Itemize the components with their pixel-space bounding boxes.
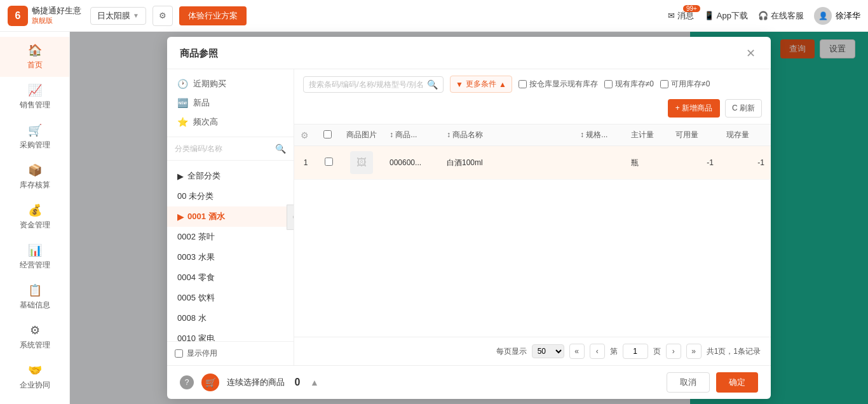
category-item-snacks[interactable]: 0004 零食 [167,267,294,288]
sidebar-item-system[interactable]: ⚙ 系统管理 [0,317,69,357]
sidebar-item-home[interactable]: 🏠 首页 [0,37,69,77]
warehouse-stock-checkbox[interactable] [519,80,527,88]
page-last-button[interactable]: » [686,344,702,359]
col-unit-header: 主计量 [625,125,669,146]
category-label-alcohol: 0001 酒水 [187,211,225,222]
app-download-nav-item[interactable]: 📱 App下载 [704,10,748,22]
category-label-water: 0008 水 [177,313,207,324]
messages-nav-item[interactable]: ✉ 消息 99+ [668,10,694,22]
table-settings-icon[interactable]: ⚙ [301,130,309,140]
checkbox-available-stock[interactable]: 可用库存≠0 [660,79,710,90]
select-all-checkbox[interactable] [323,130,332,138]
category-search-input[interactable] [175,144,271,153]
sidebar-item-inventory[interactable]: 📦 库存核算 [0,157,69,197]
table-row[interactable]: 1 🖼 [294,146,771,180]
product-search-input[interactable] [309,80,423,89]
collapse-toggle[interactable]: 《 [287,205,294,230]
col-image-header: 商品图片 [340,125,383,146]
gear-button[interactable]: ⚙ [153,6,173,26]
sidebar-item-sales[interactable]: 📈 销售管理 [0,77,69,117]
sidebar-item-enterprise[interactable]: 🤝 企业协同 [0,357,69,397]
category-item-appliances[interactable]: 0010 家电 [167,328,294,341]
refresh-button[interactable]: C 刷新 [725,99,762,118]
sidebar-item-basic-info[interactable]: 📋 基础信息 [0,277,69,317]
checkbox-warehouse-stock[interactable]: 按仓库显示现有库存 [519,79,598,90]
add-product-button[interactable]: + 新增商品 [668,99,720,118]
app-download-label: App下载 [717,10,748,22]
modal-title: 商品参照 [180,48,218,60]
new-product-tab[interactable]: 🆕 新品 [167,93,294,112]
filter-button[interactable]: ▼ 更多条件 ▲ [450,76,512,93]
brand-name: 畅捷通好生意 [32,6,81,16]
available-stock-checkbox[interactable] [660,80,668,88]
footer-right: 取消 确定 [667,372,758,393]
category-item-tea[interactable]: 0002 茶叶 [167,227,294,247]
finance-icon: 💰 [28,203,42,217]
sidebar-item-finance[interactable]: 💰 资金管理 [0,197,69,237]
online-service-nav-item[interactable]: 🎧 在线客服 [758,10,804,22]
cart-icon-area[interactable]: 🛒 [201,374,219,391]
stock-header-label: 现存量 [726,130,749,139]
category-item-alcohol[interactable]: ▶ 0001 酒水 [167,206,294,227]
page-first-button[interactable]: « [569,344,585,359]
page-next-button[interactable]: › [666,344,681,359]
system-icon: ⚙ [30,323,40,337]
high-frequency-label: 频次高 [193,116,218,128]
display-disabled-checkbox[interactable] [175,349,183,358]
basic-info-icon: 📋 [28,283,42,297]
sidebar-label-sales: 销售管理 [20,100,50,111]
spec-header-label: 规格... [586,130,607,139]
category-search-icon[interactable]: 🔍 [275,144,286,154]
page-number-input[interactable] [623,344,648,359]
product-search-icon[interactable]: 🔍 [427,79,438,90]
row-stock: -1 [720,146,771,180]
code-sort-icon[interactable]: ↕ [390,130,393,139]
col-code-header: ↕ 商品... [383,125,440,146]
enterprise-icon: 🤝 [28,363,42,377]
store-selector[interactable]: 日太阳膜 ▼ [90,7,146,25]
selected-count: 0 [292,377,302,388]
category-item-water[interactable]: 0008 水 [167,308,294,328]
name-sort-icon[interactable]: ↕ [447,130,451,139]
modal-body: 🕐 近期购买 🆕 新品 ⭐ 频次高 [167,69,771,365]
sidebar-item-management[interactable]: 📊 经营管理 [0,237,69,277]
filter-up-arrow: ▲ [499,80,506,89]
spec-sort-icon[interactable]: ↕ [580,130,584,139]
category-item-beverages[interactable]: 0005 饮料 [167,288,294,308]
logo-area: 6 畅捷通好生意 旗舰版 [8,6,84,26]
phone-icon: 📱 [704,11,714,20]
modal-footer: ? 🛒 连续选择的商品 0 ▲ 取消 确定 [167,365,771,399]
category-item-uncategorized[interactable]: 00 未分类 [167,186,294,206]
modal-header: 商品参照 ✕ [167,37,771,69]
top-nav: 6 畅捷通好生意 旗舰版 日太阳膜 ▼ ⚙ 体验行业方案 ✉ 消息 99+ 📱 … [0,0,868,32]
experience-button[interactable]: 体验行业方案 [179,6,247,25]
row-checkbox-cell[interactable] [317,146,340,180]
modal-close-button[interactable]: ✕ [743,46,758,61]
page-prev-button[interactable]: ‹ [590,344,605,359]
row-unit: 瓶 [625,146,669,180]
confirm-button[interactable]: 确定 [716,372,758,393]
recent-purchase-tab[interactable]: 🕐 近期购买 [167,74,294,93]
row-checkbox[interactable] [325,158,333,166]
row-name: 白酒100ml [440,146,574,180]
sidebar-item-guide[interactable]: 📖 新手引导 [0,397,69,404]
category-item-fruit[interactable]: 0003 水果 [167,247,294,267]
high-frequency-tab[interactable]: ⭐ 频次高 [167,112,294,131]
existing-stock-checkbox[interactable] [604,80,613,88]
per-page-select[interactable]: 50 100 200 [532,344,564,358]
category-item-all[interactable]: ▶ 全部分类 [167,166,294,186]
footer-collapse-arrow[interactable]: ▲ [310,377,319,387]
store-dropdown-arrow: ▼ [133,12,139,19]
category-panel: 🕐 近期购买 🆕 新品 ⭐ 频次高 [167,69,294,365]
help-icon[interactable]: ? [180,375,194,389]
user-area[interactable]: 👤 徐泽华 [814,7,860,25]
cancel-button[interactable]: 取消 [667,372,710,393]
row-num: 1 [294,146,317,180]
code-header-label: 商品... [395,130,417,139]
product-table: ⚙ 商品图片 [294,125,771,180]
sales-icon: 📈 [28,83,42,97]
sidebar-item-purchase[interactable]: 🛒 采购管理 [0,117,69,157]
filter-label: 更多条件 [466,79,496,90]
checkbox-existing-stock[interactable]: 现有库存≠0 [604,79,654,90]
sidebar-label-finance: 资金管理 [20,220,50,231]
